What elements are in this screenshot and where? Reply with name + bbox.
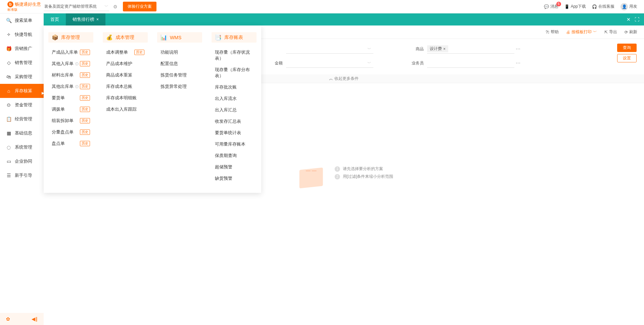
step-badge: 1 <box>335 166 340 172</box>
history-tag[interactable]: 历史 <box>80 107 90 112</box>
mega-item[interactable]: 要货单历史 <box>48 92 93 104</box>
export-button[interactable]: ⇱ 导出 <box>604 29 617 35</box>
user-menu[interactable]: 👤 用友 <box>620 3 637 10</box>
gear-icon[interactable]: ⚙ <box>113 4 118 9</box>
mega-item[interactable]: 配置信息 <box>157 58 202 69</box>
sidebar-item-11[interactable]: ☰新手引导 <box>0 168 44 182</box>
system-dropdown[interactable]: 装备及固定资产辅助管理系统 ﹀ <box>44 2 109 11</box>
help-button[interactable]: ?⃝ 帮助 <box>546 29 559 35</box>
mega-item[interactable]: 分量盘点单历史 <box>48 126 93 138</box>
mega-item[interactable]: 超储预警 <box>212 161 257 173</box>
online-service-button[interactable]: 🎧 在线客服 <box>592 4 614 9</box>
app-download-button[interactable]: 📱 App下载 <box>564 4 586 9</box>
mega-item[interactable]: 拣货异常处理 <box>157 81 202 92</box>
mega-item[interactable]: 商品成本重算 <box>103 69 148 81</box>
sidebar-item-8[interactable]: ▦基础信息 <box>0 126 44 140</box>
mega-item-label: 库存成本总账 <box>106 84 132 90</box>
close-tab-icon[interactable]: × <box>96 17 99 22</box>
filter-input-product[interactable]: 设计费 × <box>427 44 514 54</box>
sidebar-item-1[interactable]: ✧快捷导航 <box>0 28 44 42</box>
mega-item[interactable]: 出入库汇总 <box>212 104 257 116</box>
print-icon: 🖨 <box>566 30 570 35</box>
mega-item-label: 出入库汇总 <box>215 107 237 113</box>
settings-button[interactable]: 设置 <box>617 54 637 62</box>
mega-item[interactable]: 库存批次账 <box>212 82 257 93</box>
history-tag[interactable]: 历史 <box>80 61 90 66</box>
sidebar-item-10[interactable]: ▭企业协同 <box>0 154 44 168</box>
history-tag[interactable]: 历史 <box>80 141 90 146</box>
mega-item-label: 拣货任务管理 <box>160 72 187 78</box>
refresh-icon: ⟳ <box>625 30 628 35</box>
tab-0[interactable]: 首页 <box>44 13 66 25</box>
more-options-icon[interactable]: ⋯ <box>516 60 520 66</box>
logo[interactable]: b 畅捷通好生意 标准版 <box>7 1 44 12</box>
history-tag[interactable]: 历史 <box>80 129 90 135</box>
history-tag[interactable]: 历史 <box>80 95 90 101</box>
mega-item[interactable]: 出入库流水 <box>212 93 257 104</box>
filter-input-amount1[interactable] <box>286 44 373 54</box>
sidebar-item-label: 快捷导航 <box>15 32 32 38</box>
mega-item[interactable]: 库存成本总账 <box>103 81 148 92</box>
mega-item-label: 拣货异常处理 <box>160 84 187 90</box>
sidebar-item-icon: ◇ <box>6 60 11 65</box>
sidebar-item-7[interactable]: 📋经营管理 <box>0 112 44 126</box>
mega-item[interactable]: 其他出库单 ⓘ历史 <box>48 81 93 92</box>
history-tag[interactable]: 历史 <box>80 118 90 123</box>
mega-item[interactable]: 盘点单历史 <box>48 138 93 149</box>
history-tag[interactable]: 历史 <box>80 50 90 55</box>
history-tag[interactable]: 历史 <box>80 72 90 78</box>
mega-item[interactable]: 库存成本明细账 <box>103 92 148 104</box>
mega-item[interactable]: 其他入库单 ⓘ历史 <box>48 58 93 69</box>
messages-button[interactable]: 💬 消息 6 <box>544 4 558 9</box>
refresh-button[interactable]: ⟳ 刷新 <box>625 29 637 35</box>
fullscreen-icon[interactable]: ⛶ <box>635 17 639 22</box>
filter-input-staff[interactable] <box>427 58 514 68</box>
empty-state: — — 1请先选择要分析的方案 2用[过滤]条件来缩小分析范围 <box>294 160 394 187</box>
sidebar-item-3[interactable]: ◇销售管理 <box>0 56 44 70</box>
more-options-icon[interactable]: ⋯ <box>516 46 520 52</box>
sidebar-item-6[interactable]: ⊙资金管理 <box>0 98 44 112</box>
mega-item-label: 缺货预警 <box>215 175 232 181</box>
mega-item-label: 调拨单 <box>52 106 65 112</box>
query-button[interactable]: 查询 <box>617 44 637 52</box>
mega-item[interactable]: 组装拆卸单历史 <box>48 115 93 126</box>
sidebar-item-4[interactable]: 🛍采购管理 <box>0 70 44 84</box>
sidebar-item-5[interactable]: ⌂库存核算▶ <box>0 84 44 98</box>
sidebar-item-9[interactable]: ◌系统管理 <box>0 140 44 154</box>
filter-label-product: 商品 <box>407 46 424 52</box>
print-template-button[interactable]: 🖨 按模板打印 ﹀ <box>566 29 597 35</box>
history-tag[interactable]: 历史 <box>134 50 144 55</box>
collapse-sidebar-icon[interactable]: ◀∥ <box>32 316 38 322</box>
mega-column-header: 📦库存管理 <box>48 32 93 43</box>
mega-item[interactable]: 产成品入库单历史 <box>48 47 93 58</box>
mega-item[interactable]: 调拨单历史 <box>48 104 93 115</box>
mega-item[interactable]: 材料出库单历史 <box>48 69 93 81</box>
mega-item-label: 功能说明 <box>160 49 178 55</box>
mega-item[interactable]: 保质期查询 <box>212 150 257 161</box>
sidebar-item-0[interactable]: 🔍搜索菜单 <box>0 13 44 28</box>
mega-item[interactable]: 要货单统计表 <box>212 127 257 139</box>
remove-tag-icon[interactable]: × <box>443 47 446 51</box>
tab-1[interactable]: 销售排行榜× <box>66 13 105 25</box>
close-all-tabs-icon[interactable]: ✕ <box>627 17 631 22</box>
mega-item-label: 要货单统计表 <box>215 130 241 136</box>
mega-item[interactable]: 功能说明 <box>157 47 202 58</box>
mega-item[interactable]: 缺货预警 <box>212 173 257 184</box>
filter-input-amount2[interactable] <box>286 58 373 68</box>
settings-icon[interactable]: ✿ <box>6 316 10 322</box>
mega-item[interactable]: 可用量库存账本 <box>212 139 257 150</box>
sidebar-item-2[interactable]: 🎁营销推广 <box>0 42 44 56</box>
mega-column-2: 📊WMS功能说明配置信息拣货任务管理拣货异常处理 <box>152 32 207 184</box>
mega-item[interactable]: 现存量（库存分布表） <box>212 64 257 82</box>
mega-item[interactable]: 现存量（库存状况表） <box>212 47 257 64</box>
product-tag[interactable]: 设计费 × <box>427 45 448 52</box>
mega-item[interactable]: 产品成本维护 <box>103 58 148 69</box>
mega-item[interactable]: 成本调整单历史 <box>103 47 148 58</box>
mega-item[interactable]: 收发存汇总表 <box>212 116 257 127</box>
industry-plan-button[interactable]: 体验行业方案 <box>123 2 156 11</box>
tab-label: 首页 <box>50 16 59 22</box>
mega-item[interactable]: 成本出入库跟踪 <box>103 104 148 115</box>
mega-item[interactable]: 拣货任务管理 <box>157 69 202 81</box>
history-tag[interactable]: 历史 <box>80 84 90 89</box>
step-badge: 2 <box>335 174 340 179</box>
